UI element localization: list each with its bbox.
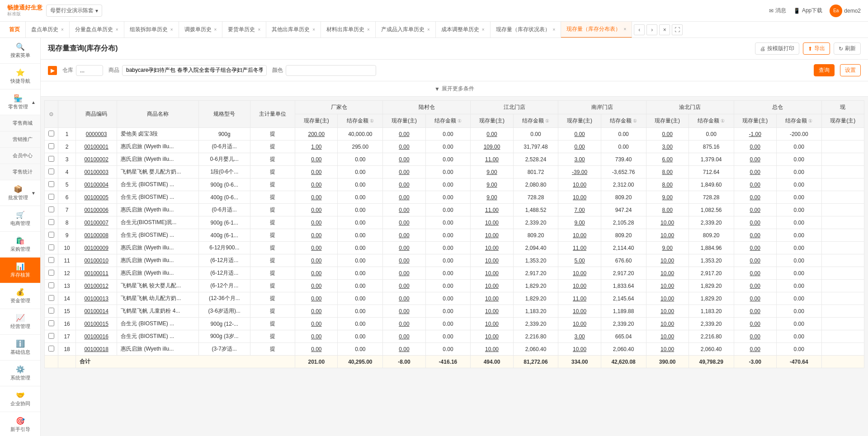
tab-requisition-history[interactable]: 要货单历史 × <box>222 22 266 38</box>
sidebar-item-ecommerce[interactable]: 🛒 电商管理 <box>0 206 40 232</box>
row-c2-qty[interactable]: 0.00 <box>383 178 425 191</box>
row-c5-qty[interactable]: 10.00 <box>646 292 689 305</box>
row-c2-qty[interactable]: 0.00 <box>383 305 425 318</box>
row-code[interactable]: 00100012 <box>76 280 117 292</box>
sidebar-item-collaboration[interactable]: 🤝 企业协同 <box>0 386 40 412</box>
row-ct-qty[interactable]: 0.00 <box>734 305 776 318</box>
tab-material-outbound-history[interactable]: 材料出库单历史 × <box>321 22 376 38</box>
row-ct-qty[interactable]: 0.00 <box>734 229 776 242</box>
row-code[interactable]: 00100004 <box>76 178 117 191</box>
app-download-action[interactable]: 📱 App下载 <box>793 7 822 14</box>
row-c1-qty[interactable]: 0.00 <box>295 204 338 216</box>
row-code[interactable]: 00100006 <box>76 204 117 216</box>
row-c2-qty[interactable]: 0.00 <box>383 191 425 204</box>
row-c5-qty[interactable]: 10.00 <box>646 305 689 318</box>
row-c4-qty[interactable]: 0.00 <box>558 128 601 141</box>
row-c1-qty[interactable]: 0.00 <box>295 242 338 254</box>
row-c1-qty[interactable]: 0.00 <box>295 254 338 267</box>
row-c1-qty[interactable]: 0.00 <box>295 305 338 318</box>
row-checkbox[interactable] <box>45 128 58 141</box>
row-c1-qty[interactable]: 0.00 <box>295 166 338 178</box>
row-checkbox[interactable] <box>45 254 58 267</box>
tab-close-icon[interactable]: × <box>553 27 556 32</box>
tab-inventory-status[interactable]: 现存量（库存状况表） × <box>491 22 561 38</box>
sidebar-item-member-center[interactable]: 会员中心 <box>0 148 40 164</box>
tab-next-btn[interactable]: › <box>646 24 657 35</box>
row-c3-qty[interactable]: 10.00 <box>471 267 513 280</box>
row-c5-qty[interactable]: 8.00 <box>646 166 689 178</box>
tab-close-icon[interactable]: × <box>170 27 173 32</box>
gear-icon[interactable]: ⚙ <box>49 111 54 117</box>
row-c1-qty[interactable]: 1.00 <box>295 141 338 153</box>
row-c5-qty[interactable]: 6.00 <box>646 153 689 166</box>
tab-inventory-distribution[interactable]: 现存量（库存分布表） × <box>561 22 632 38</box>
row-code[interactable]: 00100018 <box>76 343 117 356</box>
row-code[interactable]: 00100016 <box>76 330 117 343</box>
row-c5-qty[interactable]: 10.00 <box>646 280 689 292</box>
row-ct-qty[interactable]: 0.00 <box>734 166 776 178</box>
filter-collapse-btn[interactable]: ▶ <box>48 66 57 75</box>
message-action[interactable]: ✉ 消息 <box>769 7 786 14</box>
expand-filter-btn[interactable]: ▼ 展开更多条件 <box>431 83 478 94</box>
row-c2-qty[interactable]: 0.00 <box>383 204 425 216</box>
row-c3-qty[interactable]: 9.00 <box>471 178 513 191</box>
row-checkbox[interactable] <box>45 343 58 356</box>
search-btn[interactable]: 查询 <box>814 64 835 76</box>
tab-assembly-history[interactable]: 组装拆卸单历史 × <box>124 22 179 38</box>
row-c3-qty[interactable]: 109.00 <box>471 141 513 153</box>
row-c5-qty[interactable]: 10.00 <box>646 267 689 280</box>
row-c4-qty[interactable]: 5.00 <box>558 254 601 267</box>
sidebar-item-guide[interactable]: 🎯 新手引导 <box>0 412 40 436</box>
sidebar-item-shortcuts[interactable]: ⭐ 快捷导航 <box>0 64 40 89</box>
row-c2-qty[interactable]: 0.00 <box>383 216 425 229</box>
row-checkbox[interactable] <box>45 280 58 292</box>
row-c4-qty[interactable]: 10.00 <box>558 343 601 356</box>
row-c3-qty[interactable]: 10.00 <box>471 318 513 330</box>
row-c4-qty[interactable]: -39.00 <box>558 166 601 178</box>
row-c4-qty[interactable]: 7.00 <box>558 204 601 216</box>
tab-fullscreen-btn[interactable]: ⛶ <box>672 24 683 35</box>
row-c3-qty[interactable]: 11.00 <box>471 204 513 216</box>
row-c1-qty[interactable]: 0.00 <box>295 178 338 191</box>
row-c5-qty[interactable]: 10.00 <box>646 254 689 267</box>
row-c4-qty[interactable]: 11.00 <box>558 242 601 254</box>
row-ct-qty[interactable]: 0.00 <box>734 254 776 267</box>
row-c4-qty[interactable]: 11.00 <box>558 292 601 305</box>
refresh-btn[interactable]: ↻ 刷新 <box>834 42 861 55</box>
row-code[interactable]: 00100011 <box>76 267 117 280</box>
row-c2-qty[interactable]: 0.00 <box>383 267 425 280</box>
row-c4-qty[interactable]: 3.00 <box>558 330 601 343</box>
row-c5-qty[interactable]: 10.00 <box>646 229 689 242</box>
row-c3-qty[interactable]: 9.00 <box>471 166 513 178</box>
print-btn[interactable]: 🖨 按模版打印 <box>755 42 799 55</box>
row-ct-qty[interactable]: 0.00 <box>734 242 776 254</box>
table-wrapper[interactable]: ⚙ 商品编码 商品名称 规格型号 主计量单位 厂家仓 陆村仓 江北门店 南岸门店… <box>41 97 868 436</box>
row-c5-qty[interactable]: 8.00 <box>646 204 689 216</box>
row-checkbox[interactable] <box>45 178 58 191</box>
row-checkbox[interactable] <box>45 153 58 166</box>
row-checkbox[interactable] <box>45 191 58 204</box>
row-c3-qty[interactable]: 10.00 <box>471 242 513 254</box>
sidebar-item-operations[interactable]: 📈 经营管理 <box>0 309 40 335</box>
row-c2-qty[interactable]: 0.00 <box>383 229 425 242</box>
row-code[interactable]: 0000003 <box>76 128 117 141</box>
row-c3-qty[interactable]: 10.00 <box>471 343 513 356</box>
tab-transfer-history[interactable]: 调拨单历史 × <box>179 22 223 38</box>
export-btn[interactable]: ⬆ 导出 <box>803 42 830 55</box>
row-c1-qty[interactable]: 0.00 <box>295 330 338 343</box>
row-c3-qty[interactable]: 10.00 <box>471 254 513 267</box>
row-code[interactable]: 00100009 <box>76 242 117 254</box>
row-ct-qty[interactable]: 0.00 <box>734 216 776 229</box>
row-checkbox[interactable] <box>45 330 58 343</box>
row-checkbox[interactable] <box>45 292 58 305</box>
row-c1-qty[interactable]: 0.00 <box>295 216 338 229</box>
row-checkbox[interactable] <box>45 216 58 229</box>
th-settings[interactable]: ⚙ <box>45 101 58 128</box>
settings-btn[interactable]: 设置 <box>840 64 861 76</box>
sidebar-item-system-mgmt[interactable]: ⚙️ 系统管理 <box>0 361 40 386</box>
row-code[interactable]: 00100013 <box>76 292 117 305</box>
row-c4-qty[interactable]: 10.00 <box>558 178 601 191</box>
row-c4-qty[interactable]: 9.00 <box>558 216 601 229</box>
row-checkbox[interactable] <box>45 204 58 216</box>
row-c4-qty[interactable]: 10.00 <box>558 280 601 292</box>
